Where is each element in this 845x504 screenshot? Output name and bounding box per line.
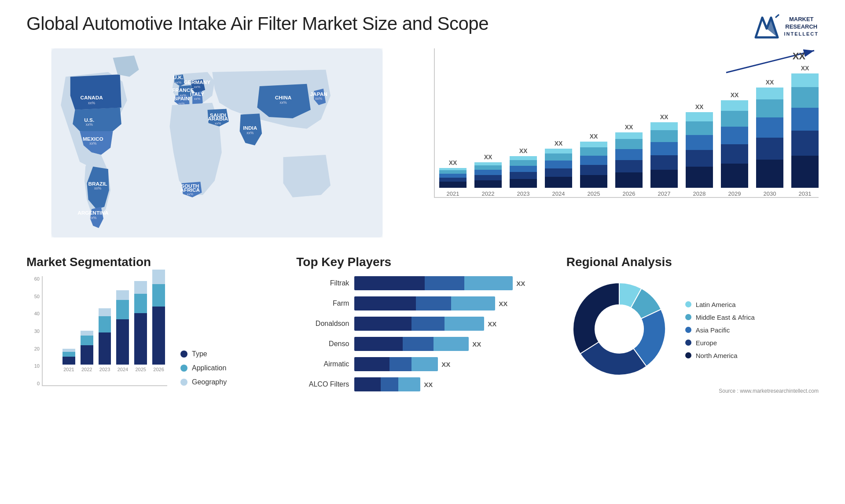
seg-bar-group-2021: 2021 xyxy=(62,349,75,372)
bar-seg xyxy=(615,160,643,172)
seg-y-label: 50 xyxy=(34,294,40,299)
player-bar-wrap: XX xyxy=(354,357,548,371)
seg-y-label: 20 xyxy=(34,346,40,351)
bar-stack xyxy=(686,112,713,188)
seg-bar-piece xyxy=(134,313,147,365)
donut-chart xyxy=(566,276,672,382)
player-name: Airmatic xyxy=(296,360,349,368)
bar-seg xyxy=(580,142,607,147)
map-container: CANADA xx% U.S. xx% MEXICO xx% BRAZIL xx… xyxy=(26,48,408,237)
seg-bar-piece xyxy=(99,308,111,316)
player-row: ALCO FiltersXX xyxy=(296,377,548,391)
players-list: FiltrakXXFarmXXDonaldsonXXDensoXXAirmati… xyxy=(296,276,548,391)
bar-seg xyxy=(650,170,678,188)
regional-dot xyxy=(685,327,691,333)
bar-seg xyxy=(580,156,607,165)
player-bar-seg2 xyxy=(389,357,411,371)
seg-y-label: 0 xyxy=(37,381,40,386)
bar-year-label: 2027 xyxy=(658,190,671,197)
player-bar-seg3 xyxy=(451,296,495,310)
seg-legend-item: Geography xyxy=(180,378,227,386)
seg-y-label: 40 xyxy=(34,311,40,316)
bar-year-label: 2021 xyxy=(447,190,459,197)
donut-segment xyxy=(573,283,619,354)
svg-text:CANADA: CANADA xyxy=(81,95,103,101)
bar-seg xyxy=(650,155,678,170)
legend-label: Application xyxy=(192,364,226,372)
bar-year-label: 2026 xyxy=(623,190,636,197)
seg-bar-piece xyxy=(99,332,111,365)
bar-stack xyxy=(615,132,643,188)
bar-seg xyxy=(721,111,748,127)
bar-seg xyxy=(650,130,678,142)
player-name: Donaldson xyxy=(296,320,349,328)
bar-year-label: 2030 xyxy=(764,190,776,197)
bar-chart-bars: XX2021XX2022XX2023XX2024XX2025XX2026XX20… xyxy=(434,48,819,198)
seg-bar-piece xyxy=(152,307,165,365)
player-row: DensoXX xyxy=(296,337,548,351)
bottom-section: Market Segmentation 6050403020100 202120… xyxy=(26,255,819,399)
player-bar-seg3 xyxy=(445,317,484,331)
bar-seg xyxy=(791,108,819,131)
bar-seg xyxy=(650,122,678,130)
bar-group-2028: XX2028 xyxy=(686,103,713,197)
seg-bar-piece xyxy=(152,284,165,307)
seg-y-label: 60 xyxy=(34,276,40,281)
player-bar-wrap: XX xyxy=(354,296,548,310)
bar-seg xyxy=(439,178,467,182)
seg-bar-stacked xyxy=(116,290,129,365)
seg-bar-piece xyxy=(62,349,75,352)
bar-stack xyxy=(650,122,678,188)
bar-chart-inner: XX XX2021XX2022XX2023XX2024XX2025XX2026X… xyxy=(434,48,819,237)
bar-seg xyxy=(474,165,502,170)
logo-area: MARKET RESEARCH INTELLECT xyxy=(753,13,819,40)
svg-text:xx%: xx% xyxy=(175,80,182,84)
seg-axes: 202120222023202420252026 xyxy=(42,276,167,386)
svg-text:xx%: xx% xyxy=(194,85,201,89)
regional-legend-label: Latin America xyxy=(696,301,736,308)
player-bar-seg1 xyxy=(354,337,403,351)
regional-dot xyxy=(685,340,691,346)
bar-seg xyxy=(510,160,537,166)
bar-seg xyxy=(686,167,713,188)
player-bar-seg2 xyxy=(381,377,398,391)
bar-stack xyxy=(791,73,819,188)
player-xx: XX xyxy=(441,361,450,368)
bar-seg xyxy=(721,100,748,111)
regional-legend-item: Europe xyxy=(685,339,755,347)
svg-text:GERMANY: GERMANY xyxy=(184,79,210,85)
seg-bar-piece xyxy=(99,316,111,332)
player-bar xyxy=(354,357,438,371)
header: Global Automotive Intake Air Filter Mark… xyxy=(26,13,819,40)
player-xx: XX xyxy=(488,320,496,328)
seg-bar-group-2026: 2026 xyxy=(152,270,165,372)
seg-bar-piece xyxy=(116,319,129,365)
regional-title: Regional Analysis xyxy=(566,255,819,269)
bar-seg xyxy=(615,172,643,188)
bar-stack xyxy=(474,162,502,188)
seg-x-label: 2025 xyxy=(135,367,146,372)
bar-group-2027: XX2027 xyxy=(650,113,678,197)
top-section: CANADA xx% U.S. xx% MEXICO xx% BRAZIL xx… xyxy=(26,48,819,237)
player-bar-wrap: XX xyxy=(354,377,548,391)
bar-seg xyxy=(474,180,502,188)
bar-seg xyxy=(756,160,783,188)
page-title: Global Automotive Intake Air Filter Mark… xyxy=(26,13,489,34)
player-bar-wrap: XX xyxy=(354,337,548,351)
seg-x-label: 2026 xyxy=(153,367,164,372)
seg-bar-stacked xyxy=(81,331,93,365)
player-bar xyxy=(354,276,513,290)
player-bar xyxy=(354,377,420,391)
bar-seg xyxy=(721,144,748,164)
bar-xx-label: XX xyxy=(801,65,809,72)
bar-xx-label: XX xyxy=(731,91,739,99)
logo-icon xyxy=(753,13,780,40)
seg-x-label: 2024 xyxy=(118,367,128,372)
bar-xx-label: XX xyxy=(590,133,598,140)
source-text: Source : www.marketresearchintellect.com xyxy=(566,388,819,394)
player-xx: XX xyxy=(516,280,525,287)
segmentation-title: Market Segmentation xyxy=(26,255,279,269)
bar-seg xyxy=(686,112,713,121)
bar-xx-label: XX xyxy=(555,140,563,147)
seg-bar-stacked xyxy=(152,270,165,365)
